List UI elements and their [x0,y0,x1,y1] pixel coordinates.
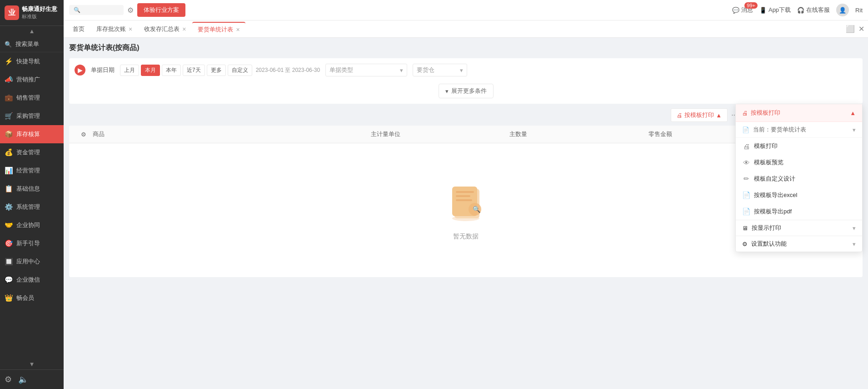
date-btn-this-month[interactable]: 本月 [141,65,160,76]
topbar-search[interactable]: 🔍 [69,5,124,15]
service-label: 在线客服 [806,6,830,14]
app-logo-icon: 业 [5,5,19,20]
sidebar-item-marketing[interactable]: 📣 营销推广 [0,71,64,89]
speaker-shortcut-icon[interactable]: 🔈 [18,374,28,384]
svg-rect-3 [456,191,474,193]
dropdown-item-export-excel[interactable]: 📄 按模板导出excel [736,187,862,203]
tab-close-inventory-batch[interactable]: × [129,26,132,32]
page-header: 要货单统计表(按商品) [69,43,863,53]
tab-receipts-summary[interactable]: 收发存汇总表 × [139,22,191,36]
main-content: 🔍 ⚙ 体验行业方案 💬 消息 99+ 📱 App下载 🎧 在线客服 👤 Rit [64,0,868,389]
appstore-icon: 🔲 [5,258,13,266]
current-template-row[interactable]: 📄 当前：要货单统计表 ▾ [736,122,862,138]
date-btn-more[interactable]: 更多 [207,65,226,76]
app-download-label: App下载 [768,6,791,14]
warehouse-label: 要货仓 [417,66,434,74]
tab-close-receipts-summary[interactable]: × [182,26,186,32]
warehouse-select-arrow: ▾ [460,67,463,74]
set-default-arrow: ▾ [853,241,856,248]
wecom-icon: 💬 [5,276,13,284]
sidebar-item-inventory[interactable]: 📦 库存核算 [0,125,64,143]
tab-maximize-icon[interactable]: ⬜ [846,25,855,33]
template-design-icon: ✏ [742,175,750,183]
dropdown-item-template-print[interactable]: 🖨 模板打印 [736,138,862,154]
export-pdf-label: 按模板导出pdf [754,207,792,216]
system-icon: ⚙️ [5,203,13,211]
col-settings[interactable]: ⚙ [75,131,93,138]
print-template-button[interactable]: 🖨 按模板打印 ▲ [671,108,728,122]
app-download-button[interactable]: 📱 App下载 [759,6,791,14]
tab-inventory-batch[interactable]: 库存批次账 × [91,22,138,36]
message-icon: 💬 [732,7,739,14]
sidebar-item-guide[interactable]: 🎯 新手引导 [0,234,64,253]
collab-icon: 🤝 [5,221,13,229]
sidebar-item-purchase[interactable]: 🛒 采购管理 [0,107,64,125]
sidebar-search[interactable]: 🔍 搜索菜单 [0,36,64,52]
set-default-label: 设置默认功能 [751,240,787,248]
date-btn-last-month[interactable]: 上月 [120,65,139,76]
sidebar: 业 畅康通好生意 标准版 ▲ 🔍 搜索菜单 ⚡ 快捷导航 📣 营销推广 💼 销售… [0,0,64,389]
empty-text: 暂无数据 [453,232,479,241]
tab-home[interactable]: 首页 [67,22,90,36]
online-service-button[interactable]: 🎧 在线客服 [797,6,830,14]
date-range-text: 2023-06-01 至 2023-06-30 [256,66,320,74]
sidebar-item-collab[interactable]: 🤝 企业协同 [0,216,64,234]
date-filter: 上月 本月 本年 近7天 更多 自定义 2023-06-01 至 2023-06… [120,65,320,76]
empty-icon: 🔍 [443,180,489,225]
tab-order-stats[interactable]: 要货单统计表 × [192,22,245,36]
print-dropdown: 🖨 按模板打印 ▲ 📄 当前：要货单统计表 ▾ 🖨 模板打印 👁 模板板预览 [735,104,863,252]
dropdown-header: 🖨 按模板打印 ▲ [736,104,862,122]
svg-rect-5 [456,199,472,201]
dropdown-item-template-design[interactable]: ✏ 模板自定义设计 [736,171,862,187]
sidebar-item-wecom[interactable]: 💬 企业微信 [0,271,64,289]
date-btn-7days[interactable]: 近7天 [183,65,205,76]
marketing-icon: 📣 [5,76,13,84]
tab-close-icon[interactable]: ✕ [858,25,864,33]
shortcut-icon: ⚡ [5,57,13,66]
user-avatar[interactable]: 👤 [836,4,849,16]
sidebar-item-operations[interactable]: 📊 经营管理 [0,162,64,180]
date-btn-custom[interactable]: 自定义 [228,65,252,76]
sidebar-bottom-shortcuts: ⚙ 🔈 [0,369,64,389]
dropdown-collapse-icon[interactable]: ▲ [850,110,856,116]
username-label[interactable]: Rit [855,7,863,14]
filter-row: ▶ 单据日期 上月 本月 本年 近7天 更多 自定义 2023-06-01 至 … [75,64,857,76]
sidebar-logo: 业 畅康通好生意 标准版 [0,0,64,26]
template-print-label: 模板打印 [754,142,778,150]
topbar-search-icon: 🔍 [74,7,80,13]
warehouse-select[interactable]: 要货仓 ▾ [413,64,467,76]
type-select[interactable]: 单据类型 ▾ [325,64,407,76]
dropdown-item-export-pdf[interactable]: 📄 按模板导出pdf [736,203,862,220]
filter-collapse-btn[interactable]: ▶ [75,65,85,76]
tab-close-order-stats[interactable]: × [236,26,239,33]
sidebar-scroll-down[interactable]: ▼ [0,359,64,369]
template-preview-icon: 👁 [742,159,750,167]
sidebar-item-finance[interactable]: 💰 资金管理 [0,143,64,162]
date-btn-this-year[interactable]: 本年 [162,65,181,76]
sidebar-item-member[interactable]: 👑 畅会员 [0,289,64,307]
sidebar-scroll-up[interactable]: ▲ [0,26,64,36]
sidebar-item-appstore[interactable]: 🔲 应用中心 [0,253,64,271]
message-button[interactable]: 💬 消息 99+ [732,6,753,14]
set-default-row[interactable]: ⚙ 设置默认功能 ▾ [736,236,862,252]
dropdown-item-template-preview[interactable]: 👁 模板板预览 [736,154,862,171]
sidebar-item-system[interactable]: ⚙️ 系统管理 [0,198,64,216]
guide-icon: 🎯 [5,239,13,248]
page-title: 要货单统计表(按商品) [69,43,140,53]
expand-filter-btn[interactable]: ▾ 展开更多条件 [439,84,494,98]
trial-button[interactable]: 体验行业方案 [137,3,185,17]
tabs-window-controls: ⬜ ✕ [846,25,864,33]
topbar-right: 💬 消息 99+ 📱 App下载 🎧 在线客服 👤 Rit [732,4,863,16]
sidebar-item-basic[interactable]: 📋 基础信息 [0,180,64,198]
template-print-icon: 🖨 [742,142,750,150]
settings-shortcut-icon[interactable]: ⚙ [5,374,12,384]
sidebar-item-sales[interactable]: 💼 销售管理 [0,89,64,107]
sidebar-item-shortcut[interactable]: ⚡ 快捷导航 [0,52,64,71]
date-filter-label: 单据日期 [91,66,115,74]
topbar-gear-icon[interactable]: ⚙ [127,6,134,15]
print-icon: 🖨 [677,112,683,119]
tabs-bar: 首页 库存批次账 × 收发存汇总表 × 要货单统计表 × ⬜ ✕ [64,20,868,38]
display-print-row[interactable]: 🖥 按显示打印 ▾ [736,220,862,236]
search-icon: 🔍 [5,41,12,48]
topbar: 🔍 ⚙ 体验行业方案 💬 消息 99+ 📱 App下载 🎧 在线客服 👤 Rit [64,0,868,20]
